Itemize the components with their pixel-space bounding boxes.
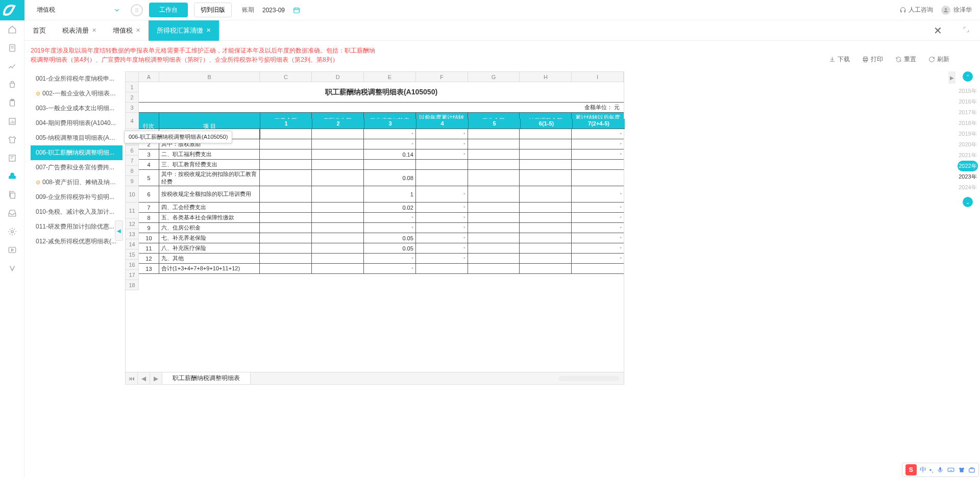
tab-item[interactable]: 所得税汇算清缴✕ — [149, 20, 219, 41]
nav-doc-icon[interactable] — [0, 39, 24, 57]
cell[interactable]: 0.05 — [364, 233, 416, 243]
form-list-item[interactable]: 010-免税、减计收入及加计... — [31, 205, 122, 219]
year-button[interactable]: 2017年 — [958, 107, 978, 118]
cell[interactable] — [260, 254, 312, 263]
cell[interactable]: * — [364, 213, 416, 222]
collapse-handle[interactable]: ◀ — [115, 220, 123, 241]
form-list-item[interactable]: 005-纳税调整项目明细表(A1... — [31, 131, 122, 145]
cell[interactable] — [468, 254, 520, 263]
row-number[interactable]: 10 — [126, 186, 139, 203]
cell[interactable]: 12 — [139, 254, 159, 263]
support-link[interactable]: 人工咨询 — [899, 6, 933, 14]
cell[interactable] — [260, 160, 312, 169]
col-header[interactable]: F — [416, 72, 468, 82]
year-button[interactable]: 2020年 — [958, 139, 978, 150]
cell[interactable] — [260, 243, 312, 253]
cell[interactable]: 10 — [139, 233, 159, 243]
row-number[interactable]: 11 — [126, 203, 139, 219]
cell[interactable]: 7 — [139, 203, 159, 212]
nav-report-icon[interactable] — [0, 112, 24, 131]
col-header[interactable]: A — [139, 72, 159, 82]
nav-video-icon[interactable] — [0, 241, 24, 259]
cell[interactable] — [364, 160, 416, 169]
expand-icon[interactable] — [952, 26, 980, 35]
cell[interactable] — [520, 149, 572, 159]
cell[interactable]: * — [416, 233, 468, 243]
row-number[interactable]: 3 — [126, 103, 139, 113]
cell[interactable] — [260, 213, 312, 222]
cell[interactable]: 11 — [139, 243, 159, 253]
ime-lang[interactable]: 中 — [920, 465, 926, 474]
col-header[interactable]: G — [468, 72, 520, 82]
cell[interactable]: 1 — [364, 186, 416, 202]
cell[interactable]: 0.05 — [364, 243, 416, 253]
row-number[interactable]: 1 — [126, 82, 139, 92]
cell[interactable]: 八、补充医疗保险 — [159, 243, 260, 253]
cell[interactable]: 按税收规定全额扣除的职工培训费用 — [159, 186, 260, 202]
cell[interactable]: 二、职工福利费支出 — [159, 149, 260, 159]
cell[interactable]: 4 — [139, 160, 159, 169]
old-version-button[interactable]: 切到旧版 — [194, 3, 232, 17]
cell[interactable] — [468, 233, 520, 243]
cell[interactable]: * — [364, 254, 416, 263]
cell[interactable]: * — [572, 243, 624, 253]
form-list-item[interactable]: 009-企业所得税弥补亏损明... — [31, 190, 122, 205]
cell[interactable]: * — [416, 213, 468, 222]
workbench-button[interactable]: 工作台 — [149, 3, 188, 17]
cell[interactable] — [572, 170, 624, 186]
cell[interactable]: 13 — [139, 264, 159, 273]
cell[interactable] — [260, 129, 312, 139]
nav-copy-icon[interactable] — [0, 186, 24, 204]
form-list-item[interactable]: ⊘008-资产折旧、摊销及纳税... — [31, 175, 122, 190]
cell[interactable]: * — [416, 223, 468, 233]
right-collapse-handle[interactable]: ▶ — [948, 71, 955, 84]
nav-shirt-icon[interactable] — [0, 131, 24, 149]
row-number[interactable]: 2 — [126, 92, 139, 103]
cell[interactable] — [312, 243, 364, 253]
cell[interactable] — [520, 213, 572, 222]
cell[interactable]: * — [364, 129, 416, 139]
cell[interactable] — [520, 233, 572, 243]
row-number[interactable]: 12 — [126, 219, 139, 229]
cell[interactable] — [260, 139, 312, 149]
year-button[interactable]: 2021年 — [958, 150, 978, 161]
nav-home-icon[interactable] — [0, 20, 24, 39]
cell[interactable] — [312, 264, 364, 273]
close-icon[interactable]: ✕ — [206, 27, 211, 34]
cell[interactable] — [520, 186, 572, 202]
year-button[interactable]: 2018年 — [958, 118, 978, 129]
year-button[interactable]: 2022年 — [958, 161, 978, 171]
cell[interactable]: * — [572, 129, 624, 139]
form-list-item[interactable]: 001-企业所得税年度纳税申... — [31, 71, 122, 86]
col-header[interactable]: B — [159, 72, 260, 82]
cell[interactable]: 三、职工教育经费支出 — [159, 160, 260, 169]
cell[interactable]: * — [572, 233, 624, 243]
reset-button[interactable]: 重置 — [895, 55, 916, 64]
ime-skin-icon[interactable] — [958, 466, 965, 473]
row-number[interactable]: 8 — [126, 166, 139, 176]
year-button[interactable]: 2023年 — [958, 171, 978, 182]
sheet-tab-active[interactable]: 职工薪酬纳税调整明细表 — [162, 372, 251, 384]
year-button[interactable]: 2019年 — [958, 129, 978, 139]
col-header[interactable]: D — [312, 72, 364, 82]
cell[interactable] — [468, 139, 520, 149]
cell[interactable] — [312, 149, 364, 159]
close-icon[interactable]: ✕ — [92, 27, 96, 34]
cell[interactable] — [416, 264, 468, 273]
form-list-item[interactable]: 011-研发费用加计扣除优惠... — [31, 219, 122, 234]
cell[interactable] — [260, 170, 312, 186]
cell[interactable] — [520, 264, 572, 273]
tab-item[interactable]: 增值税✕ — [105, 20, 149, 41]
row-number[interactable]: 15 — [126, 249, 139, 260]
cell[interactable]: * — [572, 213, 624, 222]
year-button[interactable]: 2016年 — [958, 96, 978, 107]
cell[interactable]: * — [572, 139, 624, 149]
row-number[interactable]: 16 — [126, 260, 139, 270]
cell[interactable]: * — [364, 264, 416, 273]
cell[interactable] — [468, 264, 520, 273]
tab-item[interactable]: 税表清册✕ — [54, 20, 105, 41]
cell[interactable]: * — [572, 149, 624, 159]
form-list-item[interactable]: 004-期间费用明细表(A1040... — [31, 116, 122, 131]
nav-v-icon[interactable] — [0, 259, 24, 278]
cell[interactable] — [520, 139, 572, 149]
